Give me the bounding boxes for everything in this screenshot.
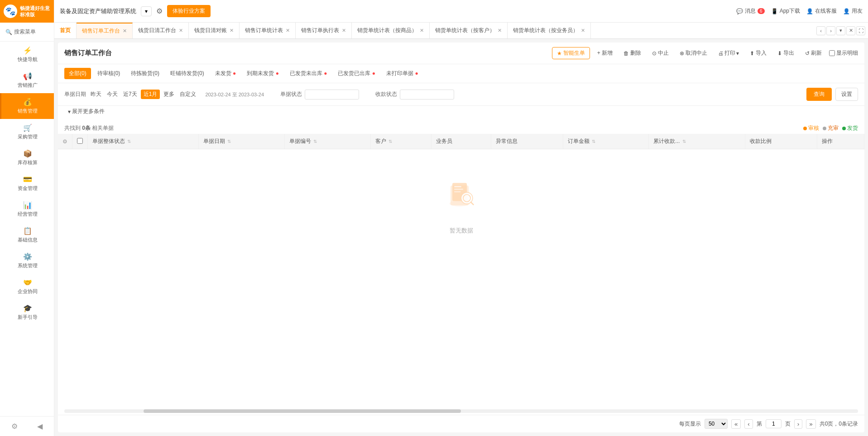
refresh-button[interactable]: ↺ 刷新 xyxy=(801,47,825,59)
horizontal-scrollbar[interactable] xyxy=(64,409,858,413)
tab-cash-daily[interactable]: 钱货日清工作台 ✕ xyxy=(133,23,189,39)
sidebar-nav-item-finance[interactable]: 💳 资金管理 xyxy=(0,171,54,196)
sidebar-collapse-button[interactable]: ◀ xyxy=(35,420,44,432)
tabs-close-all-button[interactable]: ✕ xyxy=(846,26,855,35)
tab-close-sales-summary-customer[interactable]: ✕ xyxy=(498,28,502,33)
tab-sales-summary-staff[interactable]: 销货单统计表（按业务员） ✕ xyxy=(508,23,591,39)
sidebar-nav-item-sales[interactable]: 💰 销售管理 xyxy=(0,93,54,119)
tabs-next-button[interactable]: › xyxy=(826,26,835,35)
logo-area: 🐾 畅捷通好生意 标准版 xyxy=(0,0,54,23)
import-button[interactable]: ⬆ 导入 xyxy=(746,47,770,59)
stop-icon: ⊙ xyxy=(652,50,657,57)
expand-conditions-button[interactable]: ▾ 展开更多条件 xyxy=(64,106,108,117)
cancel-stop-button[interactable]: ⊗ 取消中止 xyxy=(676,47,711,59)
sidebar-nav-item-inventory[interactable]: 📦 库存核算 xyxy=(0,145,54,171)
review-btn[interactable]: 审核 xyxy=(803,124,819,132)
tab-close-cash-daily[interactable]: ✕ xyxy=(179,28,183,33)
sub-tab-wangpu[interactable]: 旺铺待发货(0) xyxy=(166,68,209,79)
data-table-wrap: ⚙ 单据整体状态 ⇅ 单据日期 ⇅ 单据编号 xyxy=(58,134,864,408)
tabs-fullscreen-button[interactable]: ⛶ xyxy=(856,26,865,35)
tab-sales-summary-product[interactable]: 销货单统计表（按商品） ✕ xyxy=(352,23,430,39)
sub-tab-shipped-not-out[interactable]: 已发货未出库 ● xyxy=(285,68,332,79)
date-btn-custom[interactable]: 自定义 xyxy=(178,90,198,99)
per-page-select[interactable]: 50 100 200 xyxy=(705,419,728,429)
system-dropdown-button[interactable]: ▾ xyxy=(141,6,152,16)
trial-button[interactable]: 体验行业方案 xyxy=(167,5,211,17)
sidebar-nav-item-marketing[interactable]: 📢 营销推广 xyxy=(0,67,54,93)
sidebar-nav-item-system[interactable]: ⚙️ 系统管理 xyxy=(0,248,54,274)
tab-close-sales-summary-product[interactable]: ✕ xyxy=(420,28,424,33)
sub-tab-all[interactable]: 全部(0) xyxy=(64,68,91,79)
new-button[interactable]: + 新增 xyxy=(594,47,616,59)
query-button[interactable]: 查询 xyxy=(806,88,832,101)
first-page-button[interactable]: « xyxy=(731,419,741,429)
message-button[interactable]: 💬 消息 6 xyxy=(736,7,765,15)
sidebar-nav-item-enterprise[interactable]: 🤝 企业协同 xyxy=(0,274,54,299)
sidebar-nav-item-purchase[interactable]: 🛒 采购管理 xyxy=(0,119,54,145)
tabs-more-button[interactable]: ▾ xyxy=(836,26,845,35)
delete-button[interactable]: 🗑 删除 xyxy=(620,47,645,59)
show-details-checkbox-label[interactable]: 显示明细 xyxy=(829,49,858,57)
sub-tab-not-shipped[interactable]: 未发货 ● xyxy=(211,68,241,79)
app-download-button[interactable]: 📱 App下载 xyxy=(771,7,800,15)
sidebar-nav-item-quick-nav[interactable]: ⚡ 快捷导航 xyxy=(0,42,54,67)
print-button[interactable]: 🖨 打印 ▾ xyxy=(715,47,743,59)
tab-sales-exec[interactable]: 销售订单执行表 ✕ xyxy=(296,23,352,39)
tab-sales-stat[interactable]: 销售订单统计表 ✕ xyxy=(240,23,296,39)
tabs-prev-button[interactable]: ‹ xyxy=(816,26,825,35)
topbar: 装备及固定资产辅助管理系统 ▾ ⚙ 体验行业方案 💬 消息 6 📱 App下载 … xyxy=(54,0,868,23)
expand-filter-row: ▾ 展开更多条件 xyxy=(58,106,864,122)
tab-close-sales-summary-staff[interactable]: ✕ xyxy=(581,28,585,33)
next-page-button[interactable]: › xyxy=(794,419,802,429)
online-service-button[interactable]: 👤 在线客服 xyxy=(806,7,837,15)
tab-close-sales-exec[interactable]: ✕ xyxy=(342,28,346,33)
date-btn-7days[interactable]: 近7天 xyxy=(121,90,139,99)
export-button[interactable]: ⬇ 导出 xyxy=(774,47,798,59)
sub-tab-pending-check[interactable]: 待拣验货(0) xyxy=(126,68,164,79)
tab-close-sales-workbench[interactable]: ✕ xyxy=(123,28,127,34)
cancel-stop-icon: ⊗ xyxy=(680,50,684,57)
setting-button[interactable]: 设置 xyxy=(835,88,858,101)
last-page-button[interactable]: » xyxy=(806,419,815,429)
sub-tab-shipped-out[interactable]: 已发货已出库 ● xyxy=(333,68,380,79)
payment-select[interactable] xyxy=(400,90,454,100)
data-table: ⚙ 单据整体状态 ⇅ 单据日期 ⇅ 单据编号 xyxy=(58,134,864,149)
status-select[interactable] xyxy=(305,90,359,100)
select-all-checkbox[interactable] xyxy=(77,138,83,144)
sort-status-icon: ⇅ xyxy=(127,139,131,144)
sub-tab-expired-not-shipped[interactable]: 到期未发货 ● xyxy=(242,68,283,79)
sidebar-nav-item-basic-info[interactable]: 📋 基础信息 xyxy=(0,222,54,248)
search-menu-button[interactable]: 🔍 搜索菜单 xyxy=(3,26,51,38)
sidebar-nav-item-guide[interactable]: 🎓 新手引导 xyxy=(0,299,54,325)
tab-close-cash-reconcile[interactable]: ✕ xyxy=(230,28,234,33)
tab-sales-summary-customer[interactable]: 销货单统计表（按客户） ✕ xyxy=(430,23,508,39)
cancel-review-btn[interactable]: 充审 xyxy=(823,124,839,132)
scroll-thumb[interactable] xyxy=(144,409,461,413)
sidebar-nav-item-operations[interactable]: 📊 经营管理 xyxy=(0,196,54,222)
stop-button[interactable]: ⊙ 中止 xyxy=(648,47,672,59)
tab-cash-reconcile[interactable]: 钱货日清对账 ✕ xyxy=(189,23,240,39)
th-staff: 业务员 xyxy=(432,134,491,149)
settings-gear-button[interactable]: ⚙ xyxy=(156,7,163,15)
prev-page-button[interactable]: ‹ xyxy=(744,419,753,429)
print-icon: 🖨 xyxy=(718,50,724,57)
tab-close-sales-stat[interactable]: ✕ xyxy=(286,28,290,33)
user-menu-button[interactable]: 👤 用友 xyxy=(843,7,863,15)
smart-create-button[interactable]: ★ 智能生单 xyxy=(552,47,590,59)
date-btn-today[interactable]: 今天 xyxy=(105,90,120,99)
filter-action-buttons: 查询 设置 xyxy=(806,88,858,101)
date-btn-yesterday[interactable]: 昨天 xyxy=(89,90,103,99)
send-btn[interactable]: 发货 xyxy=(842,124,858,132)
sidebar-settings-button[interactable]: ⚙ xyxy=(10,420,19,432)
service-icon: 👤 xyxy=(806,8,813,14)
sub-tab-not-printed[interactable]: 未打印单据 ● xyxy=(382,68,423,79)
page-number-input[interactable] xyxy=(766,419,782,428)
sub-tab-pending-review[interactable]: 待审核(0) xyxy=(93,68,125,79)
date-btn-1month[interactable]: 近1月 xyxy=(141,90,160,99)
total-records: 共0页，0条记录 xyxy=(820,420,858,428)
show-details-checkbox[interactable] xyxy=(829,50,835,56)
date-btn-more[interactable]: 更多 xyxy=(162,90,176,99)
tab-sales-workbench[interactable]: 销售订单工作台 ✕ xyxy=(77,23,133,39)
system-icon: ⚙️ xyxy=(23,252,32,261)
tab-home[interactable]: 首页 xyxy=(54,23,77,39)
